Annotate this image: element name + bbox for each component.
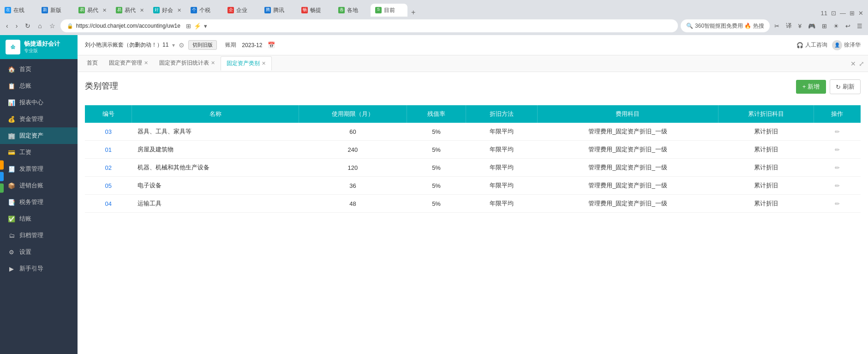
undo-icon[interactable]: ↩ <box>844 22 852 30</box>
browser-tab-5[interactable]: 个 个税 <box>186 4 223 17</box>
browser-tab-9[interactable]: 各 各地 <box>334 4 371 17</box>
headset-icon: 🎧 <box>796 42 803 48</box>
wallet-icon[interactable]: ¥ <box>796 22 803 30</box>
sidebar-label-reports: 报表中心 <box>19 98 43 107</box>
forward-button[interactable]: › <box>13 21 20 31</box>
edit-icon-0[interactable]: ✏ <box>835 128 840 135</box>
sidebar-item-reports[interactable]: 📊 报表中心 <box>0 94 78 111</box>
minimize-btn[interactable]: 11 <box>821 10 827 17</box>
edit-icon-3[interactable]: ✏ <box>835 182 840 189</box>
browser-tab-2[interactable]: 易 易代 ✕ <box>74 4 111 17</box>
sidebar-item-invoice[interactable]: 🧾 发票管理 <box>0 161 78 177</box>
page-tab-home[interactable]: 首页 <box>81 56 103 71</box>
address-bar[interactable]: 🔒 https://cloud.chanjet.com/accounting/u… <box>60 19 678 32</box>
tab-label-4: 好会 <box>162 6 173 14</box>
indicator-1[interactable] <box>0 160 4 169</box>
cell-action-0[interactable]: ✏ <box>814 123 861 141</box>
sidebar-item-close[interactable]: ✅ 结账 <box>0 210 78 227</box>
page-tab-category[interactable]: 固定资产类别 ✕ <box>221 56 272 71</box>
sidebar-item-settings[interactable]: ⚙ 设置 <box>0 244 78 260</box>
cell-action-3[interactable]: ✏ <box>814 177 861 195</box>
indicator-3[interactable] <box>0 183 4 192</box>
service-button[interactable]: 🎧 人工咨询 <box>796 41 827 49</box>
edit-icon-1[interactable]: ✏ <box>835 146 840 153</box>
sun-icon[interactable]: ☀ <box>832 22 841 30</box>
settings-gear-icon[interactable]: ⚙ <box>179 42 185 49</box>
cell-code-1[interactable]: 01 <box>85 141 132 159</box>
user-menu[interactable]: 👤 徐泽华 <box>832 40 861 50</box>
refresh-browser-button[interactable]: ↻ <box>23 21 33 31</box>
edit-icon-2[interactable]: ✏ <box>835 164 840 171</box>
fullscreen-btn[interactable]: ⊞ <box>850 10 855 17</box>
page-tab-assets-mgmt-close[interactable]: ✕ <box>144 60 148 66</box>
scissors-icon[interactable]: ✂ <box>772 22 781 30</box>
browser-tab-3[interactable]: 易 易代 ✕ <box>111 4 149 17</box>
sidebar-item-payroll[interactable]: 💳 工资 <box>0 144 78 161</box>
browser-tab-10[interactable]: S 目前 <box>371 4 407 17</box>
cell-code-2[interactable]: 02 <box>85 159 132 177</box>
close-window-btn[interactable]: ✕ <box>858 10 863 17</box>
browser-tab-7[interactable]: 腾 腾讯 <box>260 4 297 17</box>
cell-code-0[interactable]: 03 <box>85 123 132 141</box>
menu-icon[interactable]: ☰ <box>855 22 864 30</box>
search-section[interactable]: 🔍 360智能抠图免费用 🔥 热搜 <box>681 19 770 32</box>
sidebar-label-home: 首页 <box>19 65 31 73</box>
cell-method-2: 年限平均 <box>466 159 538 177</box>
sidebar-item-finance[interactable]: 💰 资金管理 <box>0 111 78 127</box>
maximize-btn[interactable]: ⊡ <box>831 10 836 17</box>
dropdown-arrow[interactable]: ▾ <box>172 42 175 48</box>
indicator-2[interactable] <box>0 172 4 181</box>
add-category-button[interactable]: + 新增 <box>796 80 826 94</box>
site-info-btn[interactable]: ⊞ <box>186 23 191 30</box>
page-tab-category-close[interactable]: ✕ <box>262 60 266 66</box>
tab-close-2[interactable]: ✕ <box>102 7 107 13</box>
cell-action-2[interactable]: ✏ <box>814 159 861 177</box>
sidebar-item-purchase[interactable]: 📦 进销台账 <box>0 177 78 194</box>
cell-acc-dep-4: 累计折旧 <box>718 195 814 213</box>
cell-code-4[interactable]: 04 <box>85 195 132 213</box>
tab-label-9: 各地 <box>347 6 358 14</box>
cell-code-3[interactable]: 05 <box>85 177 132 195</box>
tab-label-2: 易代 <box>87 6 98 14</box>
grid-icon[interactable]: ⊞ <box>820 22 829 30</box>
restore-btn[interactable]: — <box>840 10 846 17</box>
lightning-btn[interactable]: ⚡ <box>194 23 201 30</box>
sidebar-item-ledger[interactable]: 📋 总账 <box>0 78 78 94</box>
browser-tab-4[interactable]: 好 好会 ✕ <box>149 4 186 17</box>
app-layout: 会 畅捷通好会计 专业版 🏠 首页 📋 总账 📊 报表中心 💰 资金管理 <box>0 35 868 354</box>
home-button[interactable]: ⌂ <box>36 21 44 31</box>
cell-action-4[interactable]: ✏ <box>814 195 861 213</box>
sidebar-item-archive[interactable]: 🗂 归档管理 <box>0 227 78 244</box>
top-bar-left: 刘小艳演示账套（勿删勿动！）11 ▾ ⚙ 切到旧版 账期 2023-12 📅 <box>85 40 796 50</box>
edit-icon-4[interactable]: ✏ <box>835 200 840 207</box>
page-tab-assets-mgmt[interactable]: 固定资产管理 ✕ <box>103 56 154 71</box>
refresh-button[interactable]: ↻ 刷新 <box>830 79 861 94</box>
browser-tab-1[interactable]: 新 新版 <box>37 4 74 17</box>
new-tab-button[interactable]: + <box>407 8 419 17</box>
cell-action-1[interactable]: ✏ <box>814 141 861 159</box>
sidebar-item-tax[interactable]: 📑 税务管理 <box>0 194 78 210</box>
game-icon[interactable]: 🎮 <box>806 22 817 30</box>
sidebar-item-guide[interactable]: ▶ 新手引导 <box>0 260 78 277</box>
translate-icon[interactable]: 译 <box>784 21 794 31</box>
star-button[interactable]: ☆ <box>47 21 58 31</box>
expand-btn[interactable]: ▾ <box>204 23 207 30</box>
guide-icon: ▶ <box>7 264 16 273</box>
page-tab-dep-stats[interactable]: 固定资产折旧统计表 ✕ <box>154 56 221 71</box>
sidebar-item-assets[interactable]: 🏢 固定资产 <box>0 127 78 144</box>
browser-tab-0[interactable]: 在 在线 <box>0 4 37 17</box>
sidebar-item-home[interactable]: 🏠 首页 <box>0 61 78 78</box>
tab-close-4[interactable]: ✕ <box>177 7 181 13</box>
tab-area-expand-icon[interactable]: ⤢ <box>859 60 864 67</box>
cell-name-2: 机器、机械和其他生产设备 <box>132 159 299 177</box>
browser-tab-6[interactable]: 企 企业 <box>223 4 260 17</box>
calendar-icon[interactable]: 📅 <box>268 42 275 48</box>
cell-rate-0: 5% <box>407 123 466 141</box>
tab-close-3[interactable]: ✕ <box>140 7 144 13</box>
browser-tab-8[interactable]: 畅 畅提 <box>297 4 334 17</box>
tab-favicon-3: 易 <box>116 7 122 13</box>
switch-version-btn[interactable]: 切到旧版 <box>188 40 217 50</box>
back-button[interactable]: ‹ <box>4 21 11 31</box>
page-tab-dep-stats-close[interactable]: ✕ <box>211 60 215 66</box>
tab-area-close-icon[interactable]: ✕ <box>850 60 856 67</box>
